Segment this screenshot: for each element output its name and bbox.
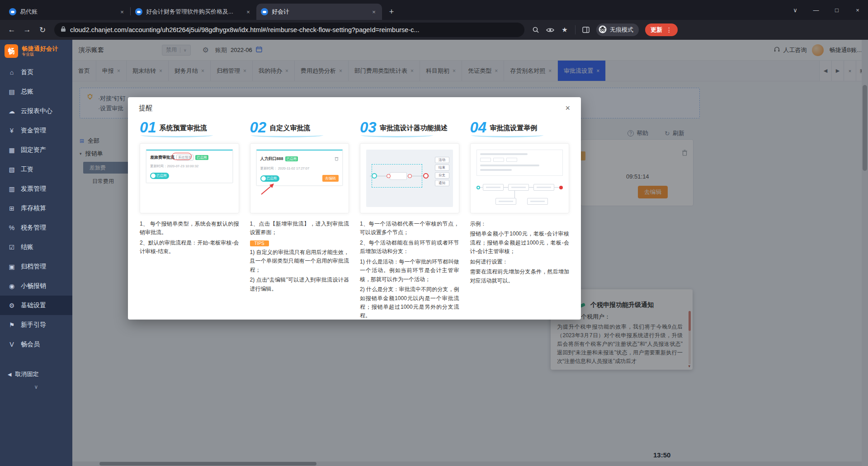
section-line: 1、每一个活动都代表一个审核的节点，可以设置多个节点； [360, 220, 459, 237]
browser-tab-2[interactable]: 好会计财务管理软件购买价格及... × [131, 4, 256, 20]
sidebar-item-payroll[interactable]: ▧工资 [0, 160, 72, 179]
reload-icon[interactable]: ↻ [35, 23, 50, 37]
zoom-icon[interactable] [529, 23, 542, 37]
bookmark-star-icon[interactable]: ★ [558, 23, 571, 37]
menu-kebab-icon[interactable]: ⋮ [666, 26, 672, 33]
tab-close-icon[interactable]: × [245, 9, 252, 15]
gear-icon: ⚙ [8, 302, 16, 309]
tab-search-icon[interactable]: ∨ [785, 0, 806, 20]
incognito-badge[interactable]: 无痕模式 [596, 24, 639, 36]
mock-settings-panel [476, 150, 563, 176]
browser-tab-active[interactable]: 好会计 × [256, 4, 382, 20]
sidebar-item-fixed-assets[interactable]: ▦固定资产 [0, 140, 72, 160]
back-icon[interactable]: ← [5, 23, 19, 37]
update-chrome-button[interactable]: 更新 ⋮ [645, 24, 678, 36]
tab-favicon [261, 8, 268, 15]
tab-title: 好会计财务管理软件购买价格及... [146, 8, 241, 16]
sidebar-item-guide[interactable]: ⚑新手引导 [0, 315, 72, 334]
section-line: 2、默认的审批流程是：开始-老板审核-会计审核-结束。 [140, 239, 239, 256]
section-line: 1、点击【新增审批流】，进入到审批流设置界面； [250, 220, 349, 237]
sidebar-item-label: 结账 [21, 243, 33, 251]
sidebar-item-label: 税务管理 [21, 224, 46, 232]
sidebar-item-home[interactable]: ⌂首页 [0, 62, 72, 82]
main-area: 演示账套 禁用 ∨ ⚙ 账期 2022-06 [72, 40, 868, 466]
sidebar-item-label: 云报表中心 [21, 107, 52, 115]
flag-icon: ⚑ [8, 321, 16, 329]
browser-titlebar: 易代账 × 好会计财务管理软件购买价格及... × 好会计 × + ∨ — □ … [0, 0, 868, 20]
section-line: 2) 什么是分支：审批流中不同的分支，例如报销单金额1000元以内是一个审批流程… [360, 285, 459, 320]
sidebar-item-label: 资金管理 [21, 127, 46, 135]
sidebar-item-label: 发票管理 [21, 185, 46, 193]
tab-favicon [135, 8, 142, 15]
mock-trash-icon [335, 155, 339, 163]
section-number: 02 [250, 121, 267, 134]
sidebar-item-funds[interactable]: ¥资金管理 [0, 121, 72, 140]
section-heading: 审批流设计器功能描述 [380, 124, 448, 134]
unpin-label: 取消固定 [15, 370, 38, 378]
address-bar[interactable]: cloud2.chanjet.com/accounting/uh26t264j5… [54, 23, 524, 37]
sidebar-item-tax[interactable]: %税务管理 [0, 218, 72, 237]
money-icon: ¥ [8, 127, 16, 134]
section-screenshot [470, 143, 570, 213]
minimize-button[interactable]: — [806, 0, 826, 20]
sidebar-item-cloud-reports[interactable]: ☁云报表中心 [0, 101, 72, 121]
section-line: 需要在流程前先增加分支条件，然后增加对应活动就可以。 [470, 268, 570, 285]
mock-enabled-tag: 已启用 [195, 155, 208, 160]
red-highlight-box [172, 153, 192, 160]
browser-tab-1[interactable]: 易代账 × [5, 4, 130, 20]
end-node [423, 173, 429, 179]
section-text: 1、每一个活动都代表一个审核的节点，可以设置多个节点； 2、每个活动都能在当前环… [360, 220, 459, 320]
sidebar-item-label: 固定资产 [21, 146, 46, 154]
sidebar-item-general-ledger[interactable]: ▤总账 [0, 82, 72, 101]
sidebar-item-settings[interactable]: ⚙基础设置 [0, 296, 72, 315]
incognito-label: 无痕模式 [610, 26, 633, 34]
section-line: 示例： [470, 220, 570, 228]
sidebar-item-label: 归档管理 [21, 263, 46, 271]
menu-item: 结束 [435, 165, 449, 171]
node-menu: 活动 结束 分支 通知 [435, 157, 449, 186]
new-tab-button[interactable]: + [385, 5, 398, 19]
logo-icon: 畅 [5, 44, 18, 58]
maximize-button[interactable]: □ [826, 0, 847, 20]
sidebar-item-closing[interactable]: ☑结账 [0, 237, 72, 257]
section-line: 2) 点击“去编辑”可以进入到审批流设计器进行编辑。 [250, 276, 349, 293]
sidebar-scroll-down-icon[interactable]: ∨ [0, 384, 72, 390]
modal-section-4: 04 审批流设置举例 [470, 121, 570, 322]
section-heading: 审批流设置举例 [490, 124, 537, 134]
sidebar-item-invoices[interactable]: ▥发票管理 [0, 179, 72, 198]
sidebar-item-membership[interactable]: Ⅴ畅会员 [0, 334, 72, 354]
side-panel-icon[interactable] [579, 23, 593, 37]
sidebar-item-inventory[interactable]: ⊞库存核算 [0, 198, 72, 218]
reimburse-icon: ◉ [8, 282, 16, 290]
mock-edit-button: 去编辑 [322, 175, 339, 182]
close-window-button[interactable]: × [847, 0, 868, 20]
tab-close-icon[interactable]: × [118, 9, 126, 15]
mock-toggle: 已启用 [150, 173, 169, 179]
sidebar-item-label: 库存核算 [21, 204, 46, 212]
start-node [476, 186, 480, 189]
modal-title: 提醒 [139, 104, 152, 113]
unpin-sidebar-button[interactable]: ◀ 取消固定 [0, 366, 72, 383]
section-text: 示例： 报销单金额小于1000元，老板-会计审核流程；报销单金额超过1000元，… [470, 220, 570, 285]
section-text: 1、点击【新增审批流】，进入到审批流设置界面； TIPS 1) 自定义的审批流只… [250, 220, 349, 293]
forward-icon[interactable]: → [20, 23, 34, 37]
home-icon: ⌂ [8, 69, 16, 76]
section-line: 1) 自定义的审批流只有启用后才能生效，且一个单据类型只能有一个启用的审批流程； [250, 248, 349, 274]
invoice-icon: ▥ [8, 185, 16, 193]
modal-close-icon[interactable]: × [565, 104, 570, 113]
sidebar-item-reimburse[interactable]: ◉小畅报销 [0, 276, 72, 296]
section-text: 1、 每个报销单类型，系统会有默认的报销审批流。 2、默认的审批流程是：开始-老… [140, 220, 239, 256]
mock-flow-title: 差旅费审批流 [150, 155, 175, 160]
eye-icon[interactable] [543, 23, 557, 37]
mock-toggle: 已启用 [260, 175, 279, 182]
mock-flow-title: 人力归口888 [260, 156, 283, 162]
update-label: 更新 [651, 26, 662, 34]
sidebar-item-archive[interactable]: ▣归档管理 [0, 257, 72, 276]
toggle-label: 已启用 [267, 176, 277, 181]
app-window: 畅 畅捷通好会计 专业版 ⌂首页 ▤总账 ☁云报表中心 ¥资金管理 ▦固定资产 … [0, 40, 868, 466]
app-logo: 畅 畅捷通好会计 专业版 [0, 40, 72, 62]
browser-toolbar: ← → ↻ cloud2.chanjet.com/accounting/uh26… [0, 20, 868, 40]
incognito-icon [599, 25, 607, 35]
logo-subtitle: 专业版 [22, 52, 58, 57]
tab-close-icon[interactable]: × [370, 9, 377, 15]
